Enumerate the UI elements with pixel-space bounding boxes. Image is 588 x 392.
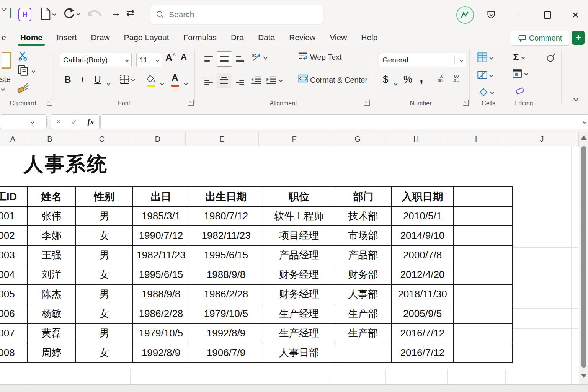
italic-button[interactable]: I: [77, 74, 87, 85]
table-cell[interactable]: 财务经理: [263, 265, 335, 284]
comma-format-button[interactable]: ,: [420, 70, 423, 85]
table-cell[interactable]: 002: [0, 226, 27, 245]
ribbon-display-options-icon[interactable]: [485, 9, 498, 21]
table-cell[interactable]: 女: [76, 343, 133, 363]
table-cell[interactable]: 1982/11/23: [133, 245, 189, 265]
formula-bar-separator[interactable]: ⋮: [43, 117, 51, 126]
table-cell[interactable]: 王强: [27, 245, 76, 265]
alignment-dialog-launcher[interactable]: ↘: [364, 100, 370, 106]
table-cell[interactable]: 2016/7/12: [391, 323, 454, 343]
table-cell[interactable]: 生产部: [335, 323, 391, 343]
table-cell[interactable]: 杨敏: [27, 304, 76, 323]
column-header-I[interactable]: I: [447, 132, 505, 146]
tab-page-layout[interactable]: Page Layout: [123, 31, 170, 44]
avatar[interactable]: [456, 6, 474, 24]
table-cell[interactable]: 女: [76, 304, 133, 323]
tab-dra[interactable]: Dra: [230, 31, 245, 44]
table-cell[interactable]: 男: [76, 245, 133, 265]
table-header-cell[interactable]: 性别: [76, 187, 133, 206]
table-cell[interactable]: 1990/7/12: [133, 226, 189, 245]
table-cell[interactable]: 技术部: [335, 206, 391, 226]
table-cell[interactable]: 001: [0, 206, 27, 226]
horizontal-scrollbar[interactable]: [0, 384, 588, 392]
name-box[interactable]: [0, 114, 47, 129]
format-cells-icon[interactable]: [479, 87, 493, 97]
tab-help[interactable]: Help: [360, 31, 378, 44]
table-cell[interactable]: 女: [76, 226, 133, 245]
table-cell[interactable]: 黄磊: [27, 323, 76, 343]
tab-data[interactable]: Data: [257, 31, 276, 44]
table-cell[interactable]: 2014/9/10: [391, 226, 454, 245]
vertical-scrollbar[interactable]: [579, 132, 588, 384]
align-left-button[interactable]: [202, 75, 215, 87]
currency-format-button[interactable]: $: [383, 74, 388, 85]
comment-button[interactable]: Comment: [511, 31, 569, 46]
table-header-cell[interactable]: [454, 187, 513, 206]
table-cell[interactable]: 陈杰: [27, 284, 76, 304]
table-cell[interactable]: 004: [0, 265, 27, 284]
table-cell[interactable]: 生产经理: [263, 323, 335, 343]
table-cell[interactable]: 2005/9/5: [391, 304, 454, 323]
merge-center-icon[interactable]: [298, 74, 309, 83]
font-dialog-launcher[interactable]: ↘: [188, 100, 194, 106]
table-cell[interactable]: 1988/9/8: [189, 265, 263, 284]
table-cell[interactable]: 005: [0, 284, 27, 304]
table-cell[interactable]: 人事部: [335, 284, 391, 304]
table-cell[interactable]: 周婷: [27, 343, 76, 363]
table-cell[interactable]: 软件工程师: [263, 206, 335, 226]
font-color-dropdown-chevron[interactable]: [183, 80, 187, 87]
find-magnifier-icon[interactable]: [545, 52, 557, 64]
table-header-cell[interactable]: 姓名: [27, 187, 76, 206]
column-header-A[interactable]: A: [0, 132, 26, 146]
table-cell[interactable]: 2010/5/1: [391, 206, 454, 226]
table-cell[interactable]: 1985/3/1: [133, 206, 189, 226]
table-cell[interactable]: 产品部: [335, 245, 391, 265]
minimize-button[interactable]: [513, 9, 526, 21]
bold-button[interactable]: B: [63, 74, 73, 85]
underline-button[interactable]: U: [93, 74, 103, 85]
fill-color-dropdown-chevron[interactable]: [159, 80, 163, 87]
table-cell[interactable]: 1979/10/5: [189, 304, 263, 323]
format-painter-icon[interactable]: [17, 81, 30, 94]
currency-dropdown-chevron[interactable]: [393, 80, 397, 87]
cut-icon[interactable]: [18, 51, 28, 61]
table-cell[interactable]: 006: [0, 304, 27, 323]
table-cell[interactable]: 人事日部: [263, 343, 335, 363]
table-header-cell[interactable]: 出生日期: [189, 187, 263, 206]
font-name-combobox[interactable]: Calibri-(Body): [60, 53, 132, 67]
column-header-F[interactable]: F: [259, 132, 330, 146]
arrow-right-icon[interactable]: →: [111, 7, 121, 19]
save-icon[interactable]: [40, 7, 56, 21]
autosum-button[interactable]: Σ: [513, 51, 524, 63]
search-box[interactable]: [150, 5, 323, 24]
decrease-decimal-button[interactable]: 60 .0→: [452, 74, 460, 83]
number-dialog-launcher[interactable]: ↘: [463, 100, 469, 106]
table-cell[interactable]: 1992/8/9: [133, 343, 189, 363]
table-cell[interactable]: [454, 323, 513, 343]
sync-icon[interactable]: ⇄: [126, 7, 135, 19]
fx-icon[interactable]: fx: [87, 117, 94, 127]
maximize-button[interactable]: [541, 9, 554, 21]
font-size-combobox[interactable]: 11: [136, 53, 162, 67]
vertical-scrollbar-thumb[interactable]: [581, 146, 586, 368]
table-cell[interactable]: [335, 343, 391, 363]
table-cell[interactable]: 男: [76, 323, 133, 343]
increase-indent-icon[interactable]: [266, 75, 282, 85]
spreadsheet-grid[interactable]: 人事系统 工ID姓名性别出日出生日期职位部门入职日期001张伟男1985/3/1…: [0, 146, 579, 384]
tab-draw[interactable]: Draw: [90, 31, 111, 44]
table-cell[interactable]: 1995/6/15: [189, 245, 263, 265]
column-header-B[interactable]: B: [26, 132, 74, 146]
tab-insert[interactable]: Insert: [56, 31, 78, 44]
percent-format-button[interactable]: %: [403, 74, 412, 85]
scroll-up-arrow-icon[interactable]: [581, 136, 587, 140]
table-cell[interactable]: 生产经理: [263, 304, 335, 323]
paste-dropdown-chevron[interactable]: [0, 85, 4, 92]
column-header-H[interactable]: H: [385, 132, 447, 146]
table-cell[interactable]: 003: [0, 245, 27, 265]
underline-dropdown-chevron[interactable]: [106, 80, 110, 87]
table-cell[interactable]: [454, 284, 513, 304]
paste-icon[interactable]: [2, 51, 15, 69]
column-header-E[interactable]: E: [186, 132, 259, 146]
column-header-C[interactable]: C: [74, 132, 130, 146]
table-cell[interactable]: 财务部: [335, 265, 391, 284]
